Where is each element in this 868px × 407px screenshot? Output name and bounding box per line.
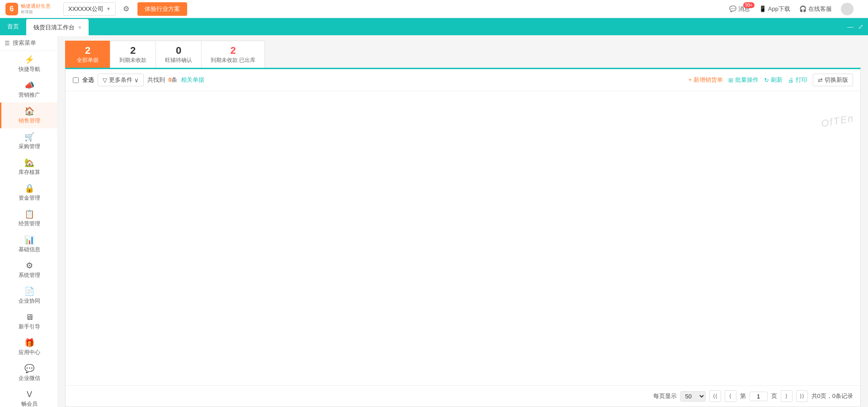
gear-icon: ⚙ [26, 262, 33, 270]
content-area: 2 全部单据 2 到期未收款 0 旺辅待确认 2 到期未收款 已出库 [58, 35, 868, 407]
print-icon: 🖨 [788, 77, 794, 84]
batch-operation-button[interactable]: ⊞ 批量操作 [728, 76, 759, 84]
refresh-button[interactable]: ↻ 刷新 [764, 76, 783, 84]
main-layout: ☰ 搜索菜单 ⚡ 快捷导航 📣 营销推广 🏠 销售管理 🛒 采购管理 🏡 库存核… [0, 35, 868, 407]
select-all-label: 全选 [82, 76, 94, 84]
per-page-select[interactable]: 50 100 200 [680, 391, 706, 402]
found-text: 共找到 0条 [147, 76, 177, 84]
avatar[interactable] [841, 3, 854, 15]
filter-tab-all[interactable]: 2 全部单据 [65, 41, 110, 68]
chevron-down-icon: ▼ [106, 6, 111, 11]
sidebar-item-purchase[interactable]: 🛒 采购管理 [0, 128, 57, 154]
sidebar-item-wechat[interactable]: 💬 企业微信 [0, 360, 57, 386]
tab-home[interactable]: 首页 [0, 18, 26, 35]
filter-tabs: 2 全部单据 2 到期未收款 0 旺辅待确认 2 到期未收款 已出库 [58, 35, 868, 68]
filter-tab-wangfu[interactable]: 0 旺辅待确认 [156, 41, 202, 68]
tab-qianhuoriqing[interactable]: 钱货日清工作台 × [26, 19, 89, 36]
sidebar-search[interactable]: ☰ 搜索菜单 [0, 35, 57, 51]
print-button[interactable]: 🖨 打印 [788, 76, 807, 84]
online-service-button[interactable]: 🎧 在线客服 [799, 5, 832, 13]
logo-text-block: 畅捷通好生意 标准版 [21, 3, 51, 15]
switch-version-button[interactable]: ⇄ 切换新版 [813, 74, 853, 86]
message-badge: 99+ [743, 2, 755, 8]
search-icon: ☰ [5, 40, 10, 47]
clipboard-icon: 📋 [24, 210, 34, 218]
prev-page-button[interactable]: ⟨ [725, 390, 736, 402]
action-bar: 全选 ▽ 更多条件 ∨ 共找到 0条 相关单据 + 新增销货单 ⊞ [66, 69, 860, 91]
house-icon: 🏠 [24, 107, 34, 115]
tab-close-icon[interactable]: × [78, 24, 81, 31]
cart-icon: 🛒 [24, 133, 34, 141]
inner-content: 全选 ▽ 更多条件 ∨ 共找到 0条 相关单据 + 新增销货单 ⊞ [65, 68, 861, 407]
add-sales-order-button[interactable]: + 新增销货单 [689, 76, 723, 84]
chevron-down-icon: ∨ [134, 77, 139, 84]
service-icon: 🎧 [799, 5, 807, 12]
app-logo-icon: 6 [5, 3, 18, 15]
lightning-icon: ⚡ [24, 56, 34, 64]
sidebar-item-quicknav[interactable]: ⚡ 快捷导航 [0, 51, 57, 77]
header-right: 💬 消息 99+ 📱 App下载 🎧 在线客服 [729, 3, 863, 15]
total-records: 共0页，0条记录 [811, 392, 853, 400]
logo-area: 6 畅捷通好生意 标准版 [5, 3, 63, 15]
monitor-icon: 🖥 [25, 313, 33, 321]
filter-tab-overdue[interactable]: 2 到期未收款 [110, 41, 156, 68]
lock-icon: 🔒 [24, 184, 34, 192]
refresh-icon: ↻ [764, 77, 769, 84]
app-name: 畅捷通好生意 [21, 3, 51, 9]
page-number-input[interactable]: 1 [750, 392, 768, 401]
top-header: 6 畅捷通好生意 标准版 XXXXXX公司 ▼ ⚙ 体验行业方案 💬 消息 99… [0, 0, 868, 18]
more-filter-button[interactable]: ▽ 更多条件 ∨ [98, 74, 144, 86]
page-suffix: 页 [771, 392, 777, 400]
chat-icon: 💬 [24, 365, 34, 373]
sidebar-item-guide[interactable]: 🖥 新手引导 [0, 309, 57, 334]
first-page-button[interactable]: ⟨⟨ [709, 390, 721, 402]
filter-icon: ▽ [103, 77, 107, 84]
app-download-button[interactable]: 📱 App下载 [759, 5, 790, 13]
building-icon: 🏡 [24, 159, 34, 167]
select-all-checkbox[interactable] [73, 77, 79, 83]
tab-maximize-button[interactable]: ⤢ [858, 23, 863, 30]
switch-icon: ⇄ [818, 77, 823, 84]
gift-icon: 🎁 [24, 339, 34, 347]
download-icon: 📱 [759, 5, 766, 12]
sidebar: ☰ 搜索菜单 ⚡ 快捷导航 📣 营销推广 🏠 销售管理 🛒 采购管理 🏡 库存核… [0, 35, 58, 407]
page-prefix: 第 [740, 392, 746, 400]
sidebar-item-system[interactable]: ⚙ 系统管理 [0, 257, 57, 283]
sidebar-item-member[interactable]: V 畅会员 [0, 386, 57, 407]
sidebar-item-marketing[interactable]: 📣 营销推广 [0, 77, 57, 103]
trial-button[interactable]: 体验行业方案 [137, 2, 187, 16]
tab-bar: 首页 钱货日清工作台 × — ⤢ [0, 18, 868, 35]
related-records-link[interactable]: 相关单据 [181, 76, 204, 84]
sidebar-item-operations[interactable]: 📋 经营管理 [0, 206, 57, 231]
doc-icon: 📄 [24, 287, 34, 295]
megaphone-icon: 📣 [24, 81, 34, 89]
sidebar-item-inventory[interactable]: 🏡 库存核算 [0, 154, 57, 180]
tab-minimize-button[interactable]: — [847, 23, 854, 30]
batch-icon: ⊞ [728, 77, 733, 84]
table-area [66, 91, 860, 385]
filter-tab-overdue-shipped[interactable]: 2 到期未收款 已出库 [201, 41, 265, 68]
database-icon: 📊 [24, 236, 34, 244]
sidebar-item-appcenter[interactable]: 🎁 应用中心 [0, 334, 57, 360]
company-selector[interactable]: XXXXXX公司 ▼ [63, 2, 116, 16]
sidebar-item-enterprise[interactable]: 📄 企业协同 [0, 283, 57, 309]
action-bar-right: + 新增销货单 ⊞ 批量操作 ↻ 刷新 🖨 打印 ⇄ [689, 74, 853, 86]
action-bar-left: 全选 ▽ 更多条件 ∨ 共找到 0条 相关单据 [73, 74, 204, 86]
sidebar-item-sales[interactable]: 🏠 销售管理 [0, 103, 57, 128]
company-name: XXXXXX公司 [68, 5, 104, 13]
next-page-button[interactable]: ⟩ [781, 390, 793, 402]
per-page-label: 每页显示 [653, 392, 677, 400]
pagination-bar: 每页显示 50 100 200 ⟨⟨ ⟨ 第 1 页 ⟩ ⟩⟩ 共0页，0条记录 [66, 385, 860, 407]
sidebar-item-finance[interactable]: 🔒 资金管理 [0, 180, 57, 206]
app-badge: 标准版 [21, 9, 51, 15]
last-page-button[interactable]: ⟩⟩ [796, 390, 808, 402]
sidebar-item-base-info[interactable]: 📊 基础信息 [0, 231, 57, 257]
message-icon: 💬 [729, 5, 736, 12]
tab-bar-actions: — ⤢ [847, 23, 868, 30]
vip-icon: V [27, 390, 32, 398]
settings-icon[interactable]: ⚙ [119, 2, 133, 16]
message-button[interactable]: 💬 消息 99+ [729, 5, 750, 13]
